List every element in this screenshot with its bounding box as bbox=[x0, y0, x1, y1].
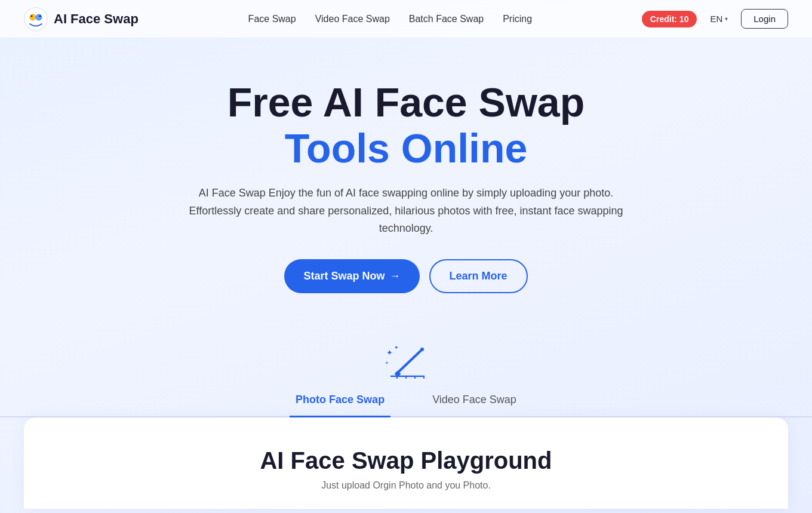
svg-point-0 bbox=[24, 8, 47, 30]
playground-card: AI Face Swap Playground Just upload Orgi… bbox=[24, 417, 788, 509]
language-selector[interactable]: EN ▾ bbox=[704, 10, 734, 27]
svg-point-3 bbox=[31, 15, 33, 17]
svg-point-2 bbox=[36, 14, 42, 20]
brand-logo[interactable]: AI Face Swap bbox=[24, 7, 139, 31]
chevron-down-icon: ▾ bbox=[725, 16, 728, 22]
hero-subtitle: AI Face Swap Enjoy the fun of AI face sw… bbox=[179, 185, 633, 238]
svg-text:✦: ✦ bbox=[394, 345, 399, 351]
learn-more-button[interactable]: Learn More bbox=[429, 259, 528, 293]
playground-title: AI Face Swap Playground bbox=[48, 447, 764, 474]
nav-item-face-swap[interactable]: Face Swap bbox=[248, 14, 296, 24]
svg-point-10 bbox=[420, 348, 424, 351]
login-button[interactable]: Login bbox=[741, 9, 788, 29]
nav-item-video-face-swap[interactable]: Video Face Swap bbox=[315, 14, 390, 24]
logo-icon bbox=[24, 7, 48, 31]
brand-name: AI Face Swap bbox=[54, 11, 139, 27]
playground-subtitle: Just upload Orgin Photo and you Photo. bbox=[48, 480, 764, 491]
start-swap-label: Start Swap Now bbox=[303, 270, 385, 282]
svg-line-8 bbox=[397, 351, 421, 373]
main-nav: Face Swap Video Face Swap Batch Face Swa… bbox=[248, 14, 532, 24]
hero-title-line2: Tools Online bbox=[12, 125, 800, 171]
arrow-icon: → bbox=[390, 270, 401, 282]
hero-title-line1: Free AI Face Swap bbox=[12, 80, 800, 125]
tabs-container: Photo Face Swap Video Face Swap bbox=[0, 385, 812, 417]
hero-section: Free AI Face Swap Tools Online AI Face S… bbox=[0, 38, 812, 317]
start-swap-button[interactable]: Start Swap Now → bbox=[284, 259, 419, 293]
credit-badge[interactable]: Credit: 10 bbox=[642, 11, 697, 27]
magic-wand-icon: ✦ ✦ ✦ bbox=[385, 343, 427, 379]
navbar-right: Credit: 10 EN ▾ Login bbox=[642, 9, 788, 29]
svg-text:✦: ✦ bbox=[386, 348, 393, 357]
svg-point-1 bbox=[30, 14, 36, 20]
nav-item-batch-face-swap[interactable]: Batch Face Swap bbox=[409, 14, 484, 24]
svg-point-4 bbox=[39, 15, 41, 17]
lang-label: EN bbox=[710, 14, 722, 24]
svg-text:✦: ✦ bbox=[385, 361, 389, 365]
tab-video-face-swap[interactable]: Video Face Swap bbox=[426, 385, 522, 417]
magic-icon-container: ✦ ✦ ✦ bbox=[0, 343, 812, 379]
navbar: AI Face Swap Face Swap Video Face Swap B… bbox=[0, 0, 812, 38]
hero-buttons: Start Swap Now → Learn More bbox=[12, 259, 800, 293]
nav-item-pricing[interactable]: Pricing bbox=[503, 14, 532, 24]
tab-photo-face-swap[interactable]: Photo Face Swap bbox=[290, 385, 390, 417]
